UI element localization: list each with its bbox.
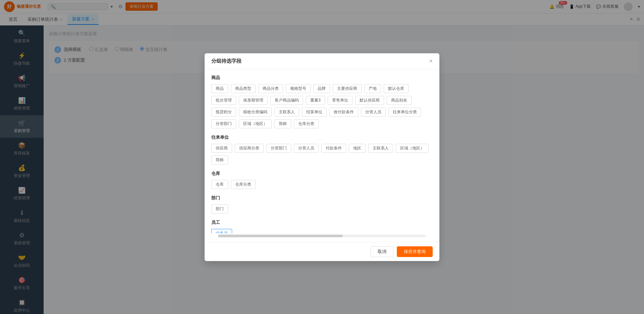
field-tag[interactable]: 产地 (364, 84, 381, 93)
field-tag[interactable]: 收付款条件 (329, 108, 358, 117)
section-warehouse-title: 仓库 (211, 171, 433, 177)
field-tag[interactable]: 拣货积分 (211, 108, 236, 117)
modal-title: 分组待选字段 (211, 58, 241, 64)
field-select-modal: 分组待选字段 × 商品 商品 商品类型 商品分类 规格型号 品牌 主要供应商 产… (205, 53, 439, 261)
scrollbar-thumb (218, 235, 343, 237)
field-tag[interactable]: 付款条件 (321, 144, 346, 153)
field-tag[interactable]: 保质期管理 (239, 96, 268, 105)
field-tag[interactable]: 默认仓库 (384, 84, 409, 93)
section-employee: 员工 业务员 (211, 219, 433, 233)
field-tag[interactable]: 往来单位分类 (388, 108, 421, 117)
section-dept: 部门 部门 (211, 195, 433, 213)
field-tag[interactable]: 部门 (211, 204, 228, 213)
section-product-grid: 商品 商品类型 商品分类 规格型号 品牌 主要供应商 产地 默认仓库 批次管理 … (211, 84, 433, 128)
section-employee-title: 员工 (211, 219, 433, 226)
modal-overlay: 分组待选字段 × 商品 商品 商品类型 商品分类 规格型号 品牌 主要供应商 产… (0, 0, 644, 314)
field-tag[interactable]: 简称 (274, 119, 291, 128)
field-tag[interactable]: 分管部门 (266, 144, 291, 153)
field-tag-salesperson[interactable]: 业务员 (211, 229, 232, 233)
field-tag[interactable]: 简称 (211, 155, 228, 165)
field-tag[interactable]: 结算单位 (302, 108, 327, 117)
field-tag[interactable]: 主要供应商 (333, 84, 362, 93)
field-tag[interactable]: 商品分类 (258, 84, 283, 93)
field-tag[interactable]: 重量3 (306, 96, 325, 105)
modal-header: 分组待选字段 × (205, 53, 439, 69)
modal-hscroll (205, 233, 439, 242)
field-tag[interactable]: 批次管理 (211, 96, 236, 105)
section-dept-title: 部门 (211, 195, 433, 201)
field-tag[interactable]: 商品类型 (231, 84, 256, 93)
field-tag[interactable]: 仓库分类 (294, 119, 319, 128)
horizontal-scrollbar[interactable] (218, 235, 426, 237)
field-tag[interactable]: 规格型号 (286, 84, 311, 93)
save-query-button[interactable]: 保存并查询 (397, 246, 433, 257)
section-employee-grid: 业务员 (211, 229, 433, 233)
cancel-button[interactable]: 取消 (371, 246, 393, 257)
field-tag[interactable]: 主联系人 (368, 144, 393, 153)
field-tag[interactable]: 客户商品编码 (270, 96, 303, 105)
field-tag[interactable]: 品牌 (313, 84, 330, 93)
field-tag[interactable]: 区域（地区） (396, 144, 429, 153)
modal-close-btn[interactable]: × (429, 58, 433, 64)
field-tag[interactable]: 分管部门 (211, 119, 236, 128)
field-tag[interactable]: 零售单位 (328, 96, 353, 105)
section-partner-grid: 供应商 供应商分类 分管部门 分管人员 付款条件 地区 主联系人 区域（地区） … (211, 144, 433, 165)
modal-body: 商品 商品 商品类型 商品分类 规格型号 品牌 主要供应商 产地 默认仓库 批次… (205, 69, 439, 233)
field-tag[interactable]: 分管人员 (294, 144, 319, 153)
field-tag[interactable]: 主联系人 (274, 108, 299, 117)
field-tag[interactable]: 商品 (211, 84, 228, 93)
field-tag[interactable]: 供应商分类 (235, 144, 264, 153)
section-warehouse-grid: 仓库 仓库分类 (211, 180, 433, 189)
field-tag[interactable]: 供应商 (211, 144, 232, 153)
field-tag[interactable]: 商品别名 (387, 96, 412, 105)
section-partner-title: 往来单位 (211, 134, 433, 140)
field-tag[interactable]: 税收分类编码 (239, 108, 272, 117)
section-partner: 往来单位 供应商 供应商分类 分管部门 分管人员 付款条件 地区 主联系人 区域… (211, 134, 433, 165)
section-warehouse: 仓库 仓库 仓库分类 (211, 171, 433, 189)
field-tag[interactable]: 仓库 (211, 180, 228, 189)
field-tag[interactable]: 地区 (349, 144, 366, 153)
modal-footer: 取消 保存并查询 (205, 242, 439, 261)
field-tag[interactable]: 默认供应商 (355, 96, 384, 105)
field-tag[interactable]: 分管人员 (361, 108, 386, 117)
section-product: 商品 商品 商品类型 商品分类 规格型号 品牌 主要供应商 产地 默认仓库 批次… (211, 75, 433, 128)
field-tag[interactable]: 区域（地区） (239, 119, 272, 128)
field-tag[interactable]: 仓库分类 (231, 180, 256, 189)
section-product-title: 商品 (211, 75, 433, 81)
section-dept-grid: 部门 (211, 204, 433, 213)
